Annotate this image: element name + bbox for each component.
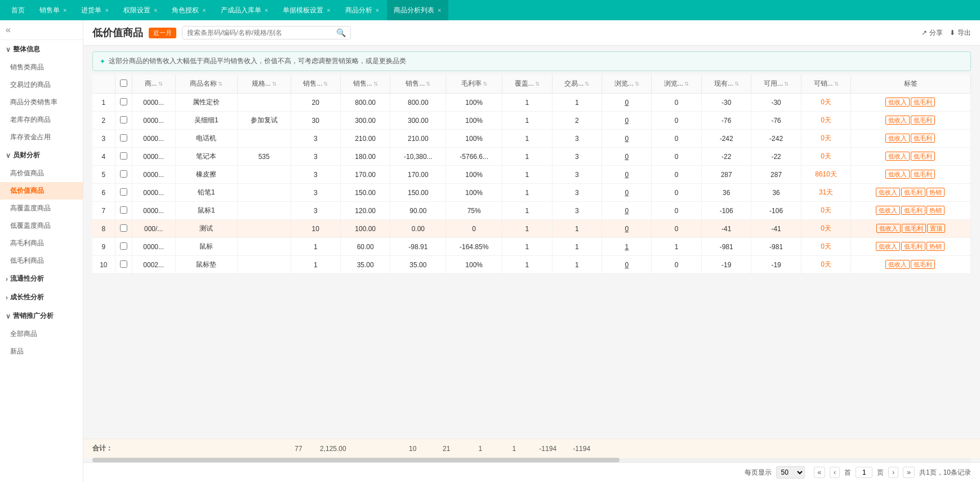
page-title: 低价值商品 <box>92 26 143 39</box>
sidebar-group-growth[interactable]: › 成长性分析 <box>0 288 83 307</box>
sidebar-item-new-goods[interactable]: 新品 <box>0 343 83 360</box>
nav-product-in-close[interactable]: × <box>265 7 268 14</box>
row-select-checkbox[interactable] <box>120 206 127 214</box>
row-num: 4 <box>92 148 115 166</box>
nav-role[interactable]: 角色授权 × <box>165 0 212 20</box>
tag-badge: 热销 <box>926 206 945 215</box>
row-days: 8610天 <box>801 166 850 184</box>
row-select-checkbox[interactable] <box>120 260 127 268</box>
tag-badge: 低收入 <box>885 116 910 125</box>
search-input[interactable] <box>187 29 336 37</box>
sidebar-item-high-margin[interactable]: 高毛利商品 <box>0 235 83 252</box>
row-browse2: 0 <box>652 184 701 202</box>
prev-page-btn[interactable]: ‹ <box>830 467 840 478</box>
browse-link[interactable]: 0 <box>625 225 629 233</box>
tag-badge: 低收入 <box>885 134 910 143</box>
browse-link[interactable]: 0 <box>625 135 629 143</box>
table-row: 5 0000... 橡皮擦 3 170.00 170.00 100% 1 3 0… <box>92 166 971 184</box>
row-name: 铅笔1 <box>175 184 237 202</box>
col-code: 商...⇅ <box>132 74 175 94</box>
row-trade: 3 <box>552 130 602 148</box>
row-trade: 3 <box>552 202 602 220</box>
per-page-select[interactable]: 50 100 <box>776 466 805 479</box>
share-btn[interactable]: ↗ 分享 <box>921 28 943 38</box>
row-select-checkbox[interactable] <box>120 242 127 250</box>
sidebar-item-inventory-capital[interactable]: 库存资金占用 <box>0 129 83 146</box>
sidebar-item-old-inventory[interactable]: 老库存的商品 <box>0 111 83 129</box>
row-sales3: 170.00 <box>390 166 446 184</box>
browse-link[interactable]: 1 <box>625 243 629 251</box>
nav-sales[interactable]: 销售单 × <box>33 0 73 20</box>
sidebar-collapse-btn[interactable]: « <box>3 23 13 37</box>
row-code: 0000... <box>132 166 175 184</box>
sidebar-item-high-coverage[interactable]: 高覆盖度商品 <box>0 200 83 217</box>
row-spec <box>237 202 291 220</box>
browse-link[interactable]: 0 <box>625 207 629 215</box>
browse-link[interactable]: 0 <box>625 171 629 179</box>
nav-template-close[interactable]: × <box>327 7 330 14</box>
next-page-btn[interactable]: › <box>888 467 898 478</box>
row-num: 9 <box>92 238 115 256</box>
nav-permission-close[interactable]: × <box>154 7 157 14</box>
browse-link[interactable]: 0 <box>625 261 629 269</box>
table-row: 10 0002... 鼠标垫 1 35.00 35.00 100% 1 1 0 … <box>92 256 971 274</box>
row-select-checkbox[interactable] <box>120 188 127 196</box>
sidebar-group-overall[interactable]: ∨ 整体信息 <box>0 40 83 59</box>
sidebar-group-marketing[interactable]: ∨ 营销推广分析 <box>0 307 83 325</box>
row-select-checkbox[interactable] <box>120 152 127 160</box>
row-select-checkbox[interactable] <box>120 224 127 232</box>
row-select-checkbox[interactable] <box>120 170 127 178</box>
row-sales3: 800.00 <box>390 94 446 112</box>
browse-link[interactable]: 0 <box>625 117 629 125</box>
row-sales1: 3 <box>291 184 340 202</box>
nav-analysis[interactable]: 商品分析 × <box>338 0 386 20</box>
sidebar-item-traded-goods[interactable]: 交易过的商品 <box>0 76 83 94</box>
nav-sales-close[interactable]: × <box>63 7 66 14</box>
summary-trade: 21 <box>430 445 464 453</box>
nav-role-close[interactable]: × <box>202 7 206 14</box>
browse-link[interactable]: 0 <box>625 99 629 107</box>
row-checkbox <box>115 112 132 130</box>
row-checkbox <box>115 220 132 238</box>
sidebar-item-low-margin[interactable]: 低毛利商品 <box>0 252 83 269</box>
sidebar-item-high-value[interactable]: 高价值商品 <box>0 165 83 182</box>
nav-analysis-list-close[interactable]: × <box>438 7 441 14</box>
row-select-checkbox[interactable] <box>120 116 127 123</box>
nav-analysis-list[interactable]: 商品分析列表 × <box>387 0 448 20</box>
first-page-btn[interactable]: « <box>814 467 826 478</box>
sidebar-item-low-value[interactable]: 低价值商品 <box>0 182 83 200</box>
sidebar-item-all-goods[interactable]: 全部商品 <box>0 325 83 343</box>
sidebar-group-financial[interactable]: ∨ 员财分析 <box>0 146 83 165</box>
nav-template[interactable]: 单据模板设置 × <box>276 0 337 20</box>
pagination: 每页显示 50 100 « ‹ 首 页 › » 共1页，10条记录 <box>83 462 980 482</box>
row-browse1: 0 <box>602 148 652 166</box>
nav-purchase[interactable]: 进货单 × <box>74 0 115 20</box>
row-select-checkbox[interactable] <box>120 134 127 141</box>
nav-purchase-close[interactable]: × <box>105 7 108 14</box>
time-filter-btn[interactable]: 近一月 <box>149 28 176 38</box>
page-input[interactable] <box>856 467 872 478</box>
row-spec <box>237 184 291 202</box>
sidebar-group-flow[interactable]: › 流通性分析 <box>0 269 83 288</box>
tag-badge: 置顶 <box>927 224 945 233</box>
row-select-checkbox[interactable] <box>120 98 127 105</box>
row-tags: 低收入低毛利热销 <box>851 184 971 202</box>
nav-product-in[interactable]: 产成品入库单 × <box>214 0 275 20</box>
row-margin: 100% <box>446 112 502 130</box>
nav-permission[interactable]: 权限设置 × <box>117 0 164 20</box>
nav-home[interactable]: 首页 <box>5 0 32 20</box>
col-sales2: 销售...⇅ <box>340 74 390 94</box>
row-code: 0000... <box>132 202 175 220</box>
select-all-checkbox[interactable] <box>120 79 127 87</box>
sidebar-item-sales-goods[interactable]: 销售类商品 <box>0 59 83 76</box>
row-cover: 1 <box>502 94 552 112</box>
browse-link[interactable]: 0 <box>625 153 629 161</box>
nav-analysis-close[interactable]: × <box>376 7 379 14</box>
last-page-btn[interactable]: » <box>903 467 915 478</box>
row-cover: 1 <box>502 256 552 274</box>
browse-link[interactable]: 0 <box>625 189 629 197</box>
row-sales1: 3 <box>291 130 340 148</box>
sidebar-item-low-coverage[interactable]: 低覆盖度商品 <box>0 217 83 235</box>
export-btn[interactable]: ⬇ 导出 <box>950 28 971 38</box>
sidebar-item-category-sales[interactable]: 商品分类销售率 <box>0 94 83 111</box>
